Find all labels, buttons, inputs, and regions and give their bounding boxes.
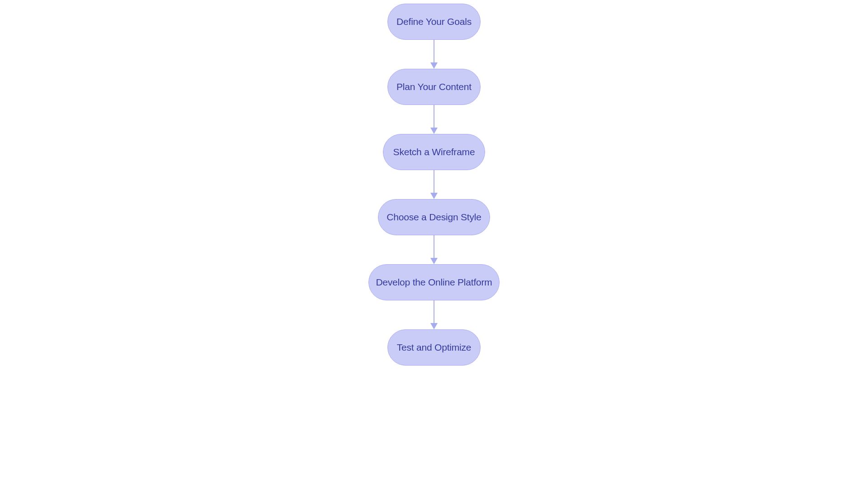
flowchart-node-plan-content: Plan Your Content <box>387 69 481 105</box>
node-label: Define Your Goals <box>396 16 472 27</box>
arrow-icon <box>430 235 438 264</box>
flowchart: Define Your Goals Plan Your Content Sket… <box>368 4 500 366</box>
arrow-icon <box>430 105 438 134</box>
arrow-icon <box>430 40 438 69</box>
flowchart-node-choose-design-style: Choose a Design Style <box>378 199 490 235</box>
node-label: Test and Optimize <box>397 342 472 353</box>
node-label: Plan Your Content <box>396 81 472 92</box>
flowchart-node-test-optimize: Test and Optimize <box>387 329 481 366</box>
arrow-icon <box>430 300 438 329</box>
flowchart-node-sketch-wireframe: Sketch a Wireframe <box>383 134 485 170</box>
node-label: Sketch a Wireframe <box>393 147 475 157</box>
arrow-icon <box>430 170 438 199</box>
node-label: Develop the Online Platform <box>376 277 492 288</box>
node-label: Choose a Design Style <box>387 212 481 223</box>
flowchart-node-define-goals: Define Your Goals <box>387 4 481 40</box>
flowchart-node-develop-platform: Develop the Online Platform <box>368 264 500 300</box>
